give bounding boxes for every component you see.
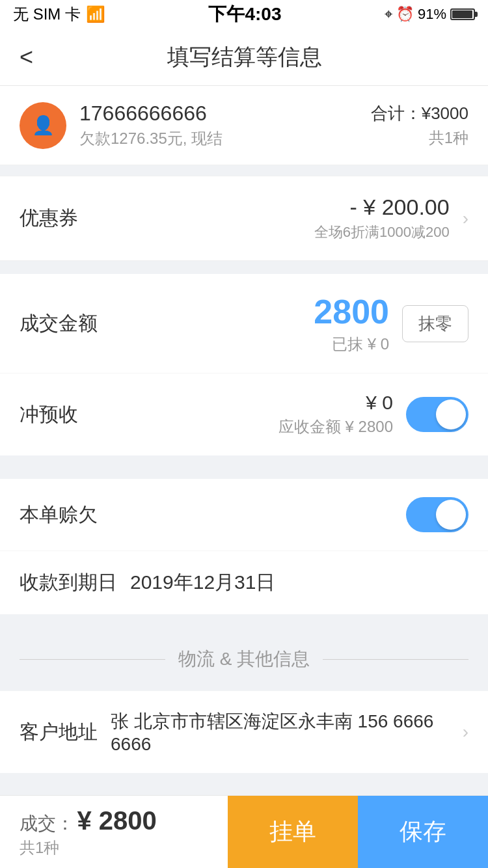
credit-row: 本单赊欠	[0, 479, 488, 550]
battery-percent: 91%	[418, 6, 446, 23]
save-button[interactable]: 保存	[358, 796, 488, 869]
avatar-icon: 👤	[32, 115, 55, 136]
prepay-right: ¥ 0 应收金额 ¥ 2800	[278, 392, 468, 437]
logistics-section-header: 物流 & 其他信息	[0, 627, 488, 691]
prepay-toggle[interactable]	[406, 397, 468, 432]
address-arrow-icon: ›	[463, 722, 468, 742]
logistics-label: 物流 & 其他信息	[178, 647, 310, 671]
bottom-bar: 成交： ¥ 2800 共1种 挂单 保存	[0, 795, 488, 868]
credit-label: 本单赊欠	[20, 502, 98, 528]
content: 👤 17666666666 欠款1276.35元, 现结 合计：¥3000 共1…	[0, 86, 488, 868]
address-value: 张 北京市市辖区海淀区永丰南 156 6666 6666	[98, 709, 463, 755]
prepay-sub: 应收金额 ¥ 2800	[278, 416, 393, 437]
pending-button[interactable]: 挂单	[228, 796, 358, 869]
bottom-info: 成交： ¥ 2800 共1种	[0, 806, 228, 858]
address-label: 客户地址	[20, 719, 98, 746]
total-label: 合计：¥3000	[371, 102, 468, 125]
nav-bar: < 填写结算等信息	[0, 29, 488, 86]
customer-right: 合计：¥3000 共1种	[371, 102, 468, 148]
alarm-icon: ⏰	[396, 6, 414, 23]
deal-sub: 已抹 ¥ 0	[314, 334, 389, 355]
prepay-row: 冲预收 ¥ 0 应收金额 ¥ 2800	[0, 373, 488, 455]
status-right: ⌖ ⏰ 91%	[385, 6, 475, 23]
customer-left: 👤 17666666666 欠款1276.35元, 现结	[20, 102, 223, 149]
header-line-right	[323, 659, 468, 660]
bottom-deal-label: 成交：	[20, 813, 74, 834]
round-zero-button[interactable]: 抹零	[402, 305, 468, 342]
toggle-knob	[436, 400, 466, 429]
prepay-amount: ¥ 0	[278, 392, 393, 414]
status-bar: 无 SIM 卡 📶 下午4:03 ⌖ ⏰ 91%	[0, 0, 488, 29]
deal-amount-block: 2800 已抹 ¥ 0	[314, 292, 389, 355]
bottom-amount: ¥ 2800	[77, 806, 156, 835]
duedate-row: 收款到期日 2019年12月31日	[0, 550, 488, 614]
duedate-value: 2019年12月31日	[130, 569, 275, 596]
deal-label: 成交金额	[20, 310, 98, 337]
divider-1	[0, 261, 488, 274]
coupon-label: 优惠券	[20, 205, 78, 232]
coupon-row[interactable]: 优惠券 - ¥ 200.00 全场6折满1000减200 ›	[0, 176, 488, 261]
avatar: 👤	[20, 102, 66, 149]
wifi-icon: 📶	[86, 5, 105, 23]
coupon-right: - ¥ 200.00 全场6折满1000减200 ›	[314, 195, 468, 242]
coupon-arrow-icon: ›	[463, 208, 468, 229]
status-left: 无 SIM 卡 📶	[13, 4, 105, 25]
bottom-deal-row: 成交： ¥ 2800	[20, 806, 208, 836]
back-button[interactable]: <	[20, 44, 46, 71]
carrier-text: 无 SIM 卡	[13, 4, 81, 25]
deal-amount: 2800	[314, 292, 389, 331]
customer-phone: 17666666666	[79, 102, 223, 126]
customer-info: 17666666666 欠款1276.35元, 现结	[79, 102, 223, 149]
credit-toggle[interactable]	[406, 497, 468, 532]
prepay-label: 冲预收	[20, 401, 78, 428]
divider-3	[0, 614, 488, 627]
coupon-desc: 全场6折满1000减200	[314, 223, 450, 242]
page-title: 填写结算等信息	[46, 42, 442, 72]
deal-right: 2800 已抹 ¥ 0 抹零	[314, 292, 468, 355]
credit-toggle-knob	[436, 500, 466, 530]
address-row[interactable]: 客户地址 张 北京市市辖区海淀区永丰南 156 6666 6666 ›	[0, 691, 488, 773]
header-line-left	[20, 659, 165, 660]
deal-section: 成交金额 2800 已抹 ¥ 0 抹零 冲预收 ¥ 0 应收金额 ¥ 2800	[0, 274, 488, 455]
location-icon: ⌖	[385, 6, 392, 23]
deal-amount-row: 成交金额 2800 已抹 ¥ 0 抹零	[0, 274, 488, 373]
duedate-label: 收款到期日	[20, 569, 117, 596]
divider-2	[0, 455, 488, 468]
bottom-count: 共1种	[20, 837, 208, 858]
coupon-amount: - ¥ 200.00	[314, 195, 450, 220]
battery-icon	[450, 8, 475, 20]
prepay-amount-block: ¥ 0 应收金额 ¥ 2800	[278, 392, 393, 437]
status-time: 下午4:03	[208, 2, 281, 27]
customer-card: 👤 17666666666 欠款1276.35元, 现结 合计：¥3000 共1…	[0, 86, 488, 165]
total-count: 共1种	[371, 128, 468, 148]
coupon-text-block: - ¥ 200.00 全场6折满1000减200	[314, 195, 450, 242]
customer-debt: 欠款1276.35元, 现结	[79, 128, 223, 149]
